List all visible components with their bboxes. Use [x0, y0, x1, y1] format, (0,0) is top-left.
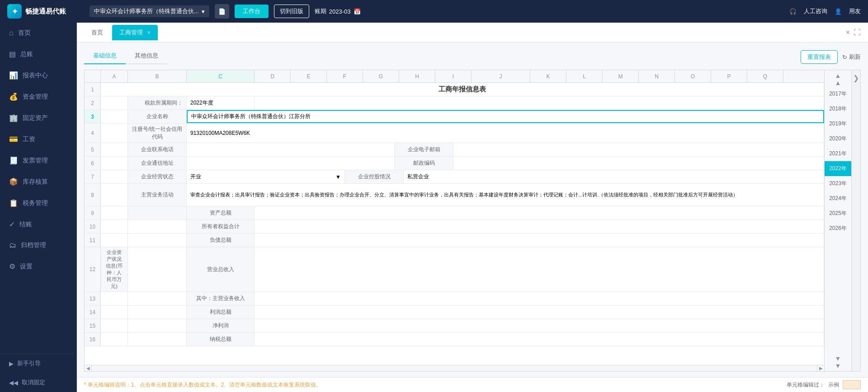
refresh-button[interactable]: ↻ 刷新	[842, 53, 861, 61]
tab-close-icon[interactable]: ×	[147, 29, 151, 36]
table-row: 11 负债总额	[85, 234, 824, 247]
company-selector[interactable]: 中审众环会计师事务所（特殊普通合伙... ▾	[90, 5, 209, 17]
sidebar-label-invoice: 发票管理	[23, 157, 48, 165]
year-item-2023[interactable]: 2023年	[825, 176, 851, 191]
cell-7-k[interactable]: 私营企业	[404, 170, 824, 183]
sidebar-item-closing[interactable]: ✓ 结账	[0, 214, 77, 235]
year-item-2018[interactable]: 2018年	[825, 101, 851, 116]
sidebar-item-archive[interactable]: 🗂 归档管理	[0, 235, 77, 256]
cell-9-d[interactable]	[255, 206, 824, 220]
year-item-2022[interactable]: 2022年	[825, 161, 851, 176]
scroll-track[interactable]	[92, 365, 817, 371]
cell-9-c-label: 资产总额	[187, 206, 255, 220]
status-right: 单元格编辑过： 示例	[787, 380, 861, 389]
cell-6-k[interactable]	[453, 157, 824, 170]
cell-3-c-company[interactable]: 中审众环会计师事务所（特殊普通合伙）江苏分所	[187, 110, 824, 123]
sidebar-item-reports[interactable]: 📊 报表中心	[0, 65, 77, 86]
table-row: 5 企业联系电话 企业电子邮箱	[85, 143, 824, 157]
cell-14-c-label: 利润总额	[187, 306, 255, 319]
cell-10-c-label: 所有者权益合计	[187, 220, 255, 233]
cell-10-d[interactable]	[255, 220, 824, 233]
toolbar: 重置报表 ↻ 刷新	[801, 50, 861, 64]
year-item-2021[interactable]: 2021年	[825, 146, 851, 161]
cell-4-c[interactable]: 91320100MA208E5W6K	[187, 124, 824, 143]
scroll-right-button[interactable]: ▶	[817, 365, 824, 371]
year-item-2019[interactable]: 2019年	[825, 116, 851, 131]
close-window-button[interactable]: ×	[846, 29, 850, 37]
right-collapse-panel: ❯	[851, 70, 860, 371]
sidebar-item-payroll[interactable]: 💳 工资	[0, 129, 77, 150]
sub-tab-basic[interactable]: 基础信息	[84, 48, 126, 64]
cell-10-a	[101, 220, 128, 233]
year-down-button[interactable]: ▼	[835, 355, 841, 362]
cell-6-b: 企业通信地址	[128, 157, 187, 170]
sheet-body[interactable]: 1 工商年报信息表 2 税款所属期间： 2022年度	[85, 83, 824, 365]
expand-window-button[interactable]: ⛶	[854, 29, 861, 37]
cell-14-d[interactable]	[255, 306, 824, 319]
sidebar-item-invoice[interactable]: 🧾 发票管理	[0, 150, 77, 171]
document-icon[interactable]: 📄	[215, 4, 229, 19]
collapse-right-button[interactable]: ❯	[851, 72, 861, 84]
sidebar-item-guide[interactable]: ▶ 新手引导	[0, 354, 77, 373]
year-item-2024[interactable]: 2024年	[825, 191, 851, 206]
dropdown-arrow-icon[interactable]: ▼	[335, 174, 341, 180]
assets-icon: 🏢	[9, 114, 18, 122]
app-header: ✦ 畅捷通易代账 中审众环会计师事务所（特殊普通合伙... ▾ 📄 工作台 切到…	[0, 0, 868, 23]
row-num-11: 11	[85, 234, 101, 247]
year-down2-button[interactable]: ▼	[835, 362, 841, 369]
tax-icon: 📋	[9, 199, 18, 207]
cell-5-k[interactable]	[453, 143, 824, 156]
period-display: 账期 2023-03 📅	[315, 7, 361, 15]
cell-5-c[interactable]	[187, 143, 395, 156]
support-label[interactable]: 人工咨询	[804, 7, 827, 15]
cell-2-c[interactable]: 2022年度	[187, 96, 255, 110]
spreadsheet-container: A B C D E F G H I J K L M	[84, 70, 861, 372]
sidebar-label-ledger: 总账	[20, 50, 33, 58]
cell-14-a	[101, 306, 128, 319]
year-item-2025[interactable]: 2025年	[825, 206, 851, 221]
cell-12-d[interactable]	[255, 247, 824, 292]
year-item-2026[interactable]: 2026年	[825, 221, 851, 236]
year-up2-button[interactable]: ▲	[835, 79, 841, 86]
cell-title[interactable]: 工商年报信息表	[101, 83, 824, 96]
sidebar-item-settings[interactable]: ⚙ 设置	[0, 256, 77, 277]
cell-16-d[interactable]	[255, 333, 824, 346]
sidebar-item-unpin[interactable]: ◀◀ 取消固定	[0, 373, 77, 392]
cell-13-d[interactable]	[255, 292, 824, 305]
row-num-5: 5	[85, 143, 101, 156]
cell-15-d[interactable]	[255, 319, 824, 332]
settings-icon: ⚙	[9, 262, 15, 271]
cell-8-c[interactable]: 审查企业会计报表；出具审计报告；验证企业资本；出具验资报告；办理企业合开、分立、…	[187, 184, 824, 206]
scroll-left-button[interactable]: ◀	[85, 365, 92, 371]
cell-7-c[interactable]: 开业 ▼	[187, 170, 345, 183]
table-row: 6 企业通信地址 邮政编码	[85, 157, 824, 170]
col-header-p: P	[711, 70, 747, 82]
reset-report-button[interactable]: 重置报表	[801, 50, 838, 64]
spreadsheet-wrapper: A B C D E F G H I J K L M	[85, 70, 860, 371]
year-item-2017[interactable]: 2017年	[825, 86, 851, 101]
sidebar-item-funds[interactable]: 💰 资金管理	[0, 86, 77, 107]
horizontal-scrollbar[interactable]: ◀ ▶	[85, 365, 824, 371]
sidebar: ⌂ 首页 ▤ 总账 📊 报表中心 💰 资金管理 🏢 固定资产 💳 工资 🧾 发票…	[0, 23, 77, 392]
switch-old-button[interactable]: 切到旧版	[274, 5, 309, 18]
logo-icon: ✦	[7, 4, 22, 19]
cell-11-d[interactable]	[255, 234, 824, 247]
year-up-button[interactable]: ▲	[835, 72, 841, 79]
cell-11-b	[128, 234, 187, 247]
sidebar-item-inventory[interactable]: 📦 库存核算	[0, 171, 77, 192]
workbench-button[interactable]: 工作台	[235, 5, 269, 18]
year-item-2020[interactable]: 2020年	[825, 131, 851, 146]
sidebar-item-tax[interactable]: 📋 税务管理	[0, 192, 77, 214]
cell-16-a	[101, 333, 128, 346]
tab-commerce[interactable]: 工商管理 ×	[112, 25, 158, 40]
cell-3-b: 企业名称	[128, 110, 187, 123]
tab-home[interactable]: 首页	[84, 25, 110, 40]
sub-tab-other[interactable]: 其他信息	[126, 48, 167, 64]
sidebar-item-assets[interactable]: 🏢 固定资产	[0, 107, 77, 129]
row-num-7: 7	[85, 170, 101, 183]
cell-6-c[interactable]	[187, 157, 395, 170]
sidebar-item-ledger[interactable]: ▤ 总账	[0, 43, 77, 65]
table-row: 12 企业资产状况信息(币种：人民币万元) 营业总收入	[85, 247, 824, 292]
calendar-icon[interactable]: 📅	[354, 8, 361, 15]
sidebar-item-home[interactable]: ⌂ 首页	[0, 23, 77, 43]
